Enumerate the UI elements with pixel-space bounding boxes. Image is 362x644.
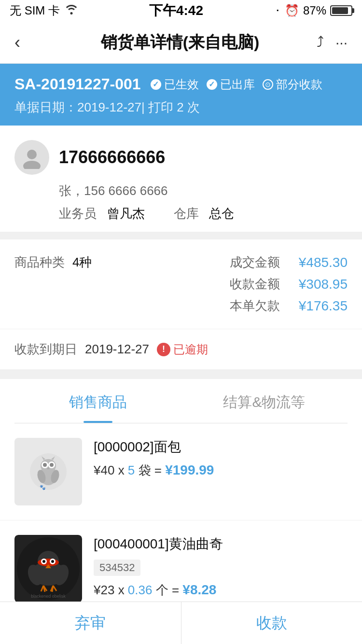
status-label-2: 已出库: [220, 77, 255, 92]
transaction-amount-value: ¥485.30: [290, 255, 348, 270]
product-price-row-2: ¥23 x 0.36 个 = ¥8.28: [94, 582, 348, 599]
due-amount-value: ¥176.35: [290, 298, 348, 314]
transaction-amount-row: 成交金额 ¥485.30: [222, 254, 348, 271]
status-left: 无 SIM 卡: [10, 3, 78, 18]
svg-point-21: [42, 560, 45, 563]
sales-label: 业务员: [59, 206, 97, 221]
nav-right-actions: ⤴ ···: [317, 34, 348, 51]
back-button[interactable]: ‹: [14, 32, 43, 53]
battery-percent: 87%: [303, 4, 326, 17]
customer-account[interactable]: 17666666666: [59, 147, 165, 168]
product-types-value: 4种: [72, 254, 92, 271]
product-total-2: ¥8.28: [182, 582, 216, 597]
divider-1: [0, 232, 362, 239]
sales-info: 业务员 曾凡杰: [59, 205, 145, 222]
product-x-1: x: [118, 463, 128, 477]
large-divider: [0, 369, 362, 379]
product-list: 🐾 [0000002]面包 ¥40 x 5 袋 = ¥199.99: [0, 423, 362, 617]
product-qty-2: 0.36: [128, 583, 153, 597]
order-date-info: 单据日期：2019-12-27| 打印 2 次: [14, 99, 348, 116]
page-title: 销货单详情(来自电脑): [43, 31, 317, 54]
order-print-info: | 打印 2 次: [141, 100, 200, 114]
product-image-dark-2: blackened obelisk: [14, 535, 82, 602]
wifi-icon: [65, 4, 78, 17]
customer-name-phone: 张，156 6666 6666: [59, 182, 348, 199]
product-name-2: [000400001]黄油曲奇: [94, 535, 348, 553]
product-name-1: [0000002]面包: [94, 438, 348, 456]
product-item-1: 🐾 [0000002]面包 ¥40 x 5 袋 = ¥199.99: [0, 423, 362, 520]
svg-point-7: [43, 463, 47, 467]
due-date-label: 收款到期日: [14, 341, 77, 358]
more-icon[interactable]: ···: [335, 34, 348, 51]
due-amount-label: 本单欠款: [222, 297, 280, 314]
product-placeholder-1: 🐾: [14, 438, 82, 505]
product-types: 商品种类 4种: [14, 254, 92, 271]
carrier-label: 无 SIM 卡: [10, 3, 60, 18]
order-header: SA-20191227-001 ✓ 已生效 ✓ 已出库 ⊙ 部分收款 单据日期：…: [0, 64, 362, 126]
due-amount-row: 本单欠款 ¥176.35: [222, 297, 348, 314]
product-info-2: [000400001]黄油曲奇 534532 ¥23 x 0.36 个 = ¥8…: [94, 535, 348, 599]
product-types-label: 商品种类: [14, 254, 65, 271]
svg-point-1: [23, 161, 41, 169]
product-eq-1: =: [154, 463, 165, 477]
sales-name: 曾凡杰: [107, 206, 145, 221]
overdue-label: 已逾期: [173, 342, 208, 357]
status-badge-effective: ✓ 已生效: [151, 77, 199, 92]
amounts-section: 成交金额 ¥485.30 收款金额 ¥308.95 本单欠款 ¥176.35: [222, 254, 348, 314]
tabs-row: 销售商品 结算&物流等: [14, 379, 348, 423]
tab-sales-products[interactable]: 销售商品: [14, 379, 181, 423]
overdue-icon: !: [157, 343, 170, 356]
share-icon[interactable]: ⤴: [317, 34, 324, 51]
status-label-1: 已生效: [164, 77, 199, 92]
clock-icon: ⊙: [263, 79, 273, 90]
svg-text:blackened obelisk: blackened obelisk: [31, 594, 66, 599]
status-badges: ✓ 已生效 ✓ 已出库 ⊙ 部分收款: [151, 77, 322, 92]
svg-point-8: [50, 463, 54, 467]
customer-section: 17666666666 张，156 6666 6666 业务员 曾凡杰 仓库 总…: [0, 126, 362, 232]
received-amount-row: 收款金额 ¥308.95: [222, 276, 348, 293]
status-right: ⬝ ⏰ 87%: [274, 4, 352, 17]
product-price-row-1: ¥40 x 5 袋 = ¥199.99: [94, 462, 348, 479]
cancel-review-button[interactable]: 弃审: [0, 602, 181, 644]
tab-settlement-logistics[interactable]: 结算&物流等: [181, 379, 348, 423]
product-image-2: blackened obelisk: [14, 535, 82, 602]
product-unit-1: 袋: [139, 463, 151, 477]
collect-payment-button[interactable]: 收款: [181, 602, 362, 644]
product-unit-2: 个: [156, 583, 168, 597]
svg-point-0: [27, 150, 37, 159]
avatar: [14, 140, 49, 175]
received-amount-value: ¥308.95: [290, 277, 348, 292]
status-badge-partial: ⊙ 部分收款: [263, 77, 322, 92]
order-date-label: 单据日期：: [14, 100, 77, 114]
bottom-bar: 弃审 收款: [0, 602, 362, 644]
status-time: 下午4:42: [149, 1, 203, 20]
product-info-1: [0000002]面包 ¥40 x 5 袋 = ¥199.99: [94, 438, 348, 479]
battery-icon: [330, 5, 352, 16]
status-label-3: 部分收款: [276, 77, 322, 92]
warehouse-label: 仓库: [174, 206, 199, 221]
status-badge-shipped: ✓ 已出库: [207, 77, 255, 92]
warehouse-info: 仓库 总仓: [174, 205, 235, 222]
customer-row: 17666666666: [14, 140, 348, 175]
product-total-1: ¥199.99: [165, 462, 214, 477]
product-price-1: ¥40: [94, 463, 114, 477]
order-number: SA-20191227-001: [14, 75, 141, 93]
product-qty-1: 5: [128, 463, 135, 477]
product-eq-2: =: [172, 583, 182, 597]
svg-point-22: [51, 560, 54, 563]
product-image-1: 🐾: [14, 438, 82, 505]
status-bar: 无 SIM 卡 下午4:42 ⬝ ⏰ 87%: [0, 0, 362, 21]
transaction-amount-label: 成交金额: [222, 254, 280, 271]
svg-text:🐾: 🐾: [40, 484, 46, 490]
check-icon-1: ✓: [151, 79, 161, 90]
overdue-badge: ! 已逾期: [157, 342, 208, 357]
received-amount-label: 收款金额: [222, 276, 280, 293]
product-sku-2: 534532: [94, 560, 140, 576]
stats-section: 商品种类 4种 成交金额 ¥485.30 收款金额 ¥308.95 本单欠款 ¥…: [0, 239, 362, 329]
nav-bar: ‹ 销货单详情(来自电脑) ⤴ ···: [0, 21, 362, 64]
tabs-section: 销售商品 结算&物流等: [0, 379, 362, 423]
due-date-section: 收款到期日 2019-12-27 ! 已逾期: [0, 329, 362, 369]
due-date-value: 2019-12-27: [85, 342, 149, 357]
check-icon-2: ✓: [207, 79, 217, 90]
location-icon: ⬝: [274, 4, 281, 17]
